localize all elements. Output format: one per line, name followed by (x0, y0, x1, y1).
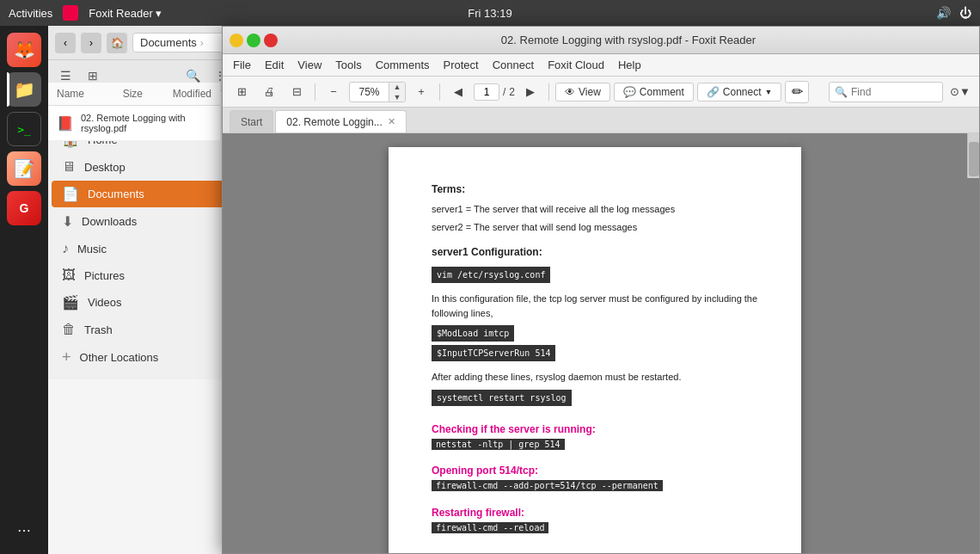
toolbar-separator-1 (315, 83, 315, 101)
sidebar-item-pictures[interactable]: 🖼 Pictures (52, 262, 234, 288)
pictures-icon: 🖼 (62, 268, 76, 283)
scrollbar-thumb[interactable] (969, 142, 979, 176)
sidebar-label-downloads: Downloads (82, 215, 137, 228)
fm-file-list: Name Size Modified 📕 02. Remote Logging … (48, 83, 220, 141)
up-button[interactable]: 🏠 (107, 33, 127, 53)
topbar-left: Activities Foxit Reader ▾ (9, 5, 162, 21)
properties-button[interactable]: ⊟ (285, 81, 309, 103)
zoom-box[interactable]: 75% ▲ ▼ (349, 82, 406, 102)
dock-item-firefox[interactable]: 🦊 (7, 33, 41, 67)
sidebar-label-other-locations: Other Locations (80, 351, 159, 364)
back-button[interactable]: ‹ (55, 33, 76, 53)
next-page-button[interactable]: ▶ (518, 81, 542, 103)
pdf-checking-code: netstat -nltp | grep 514 (432, 439, 565, 450)
find-box[interactable]: 🔍 (829, 82, 943, 102)
connect-dropdown-icon: ▼ (765, 88, 773, 96)
path-bar[interactable]: Documents › (132, 33, 230, 52)
comment-label: Comment (640, 86, 684, 98)
menu-view[interactable]: View (291, 57, 328, 73)
fm-titlebar: ‹ › 🏠 Documents › (48, 26, 237, 60)
prev-page-button[interactable]: ◀ (446, 81, 470, 103)
print-button[interactable]: 🖨 (257, 81, 281, 103)
page-separator: / (503, 86, 505, 98)
menu-protect[interactable]: Protect (437, 57, 486, 73)
other-locations-icon: + (62, 348, 71, 366)
dock-item-gpdf[interactable]: G (7, 191, 41, 225)
sidebar-item-other-locations[interactable]: + Other Locations (52, 343, 234, 372)
connect-button[interactable]: 🔗 Connect ▼ (697, 83, 782, 102)
page-total: 2 (509, 86, 515, 98)
power-icon[interactable]: ⏻ (959, 6, 971, 20)
comment-button[interactable]: 💬 Comment (614, 83, 694, 102)
tab-close-icon[interactable]: ✕ (388, 116, 395, 127)
sidebar-label-desktop: Desktop (84, 161, 126, 174)
pdf-port-heading: Opening port 514/tcp: (432, 463, 758, 478)
find-options-button[interactable]: ⊙▼ (948, 81, 972, 103)
topbar-right: 🔊 ⏻ (936, 6, 971, 20)
trash-icon: 🗑 (62, 322, 76, 337)
menu-edit[interactable]: Edit (258, 57, 291, 73)
page-input[interactable] (474, 83, 499, 101)
pdf-viewport: Terms: server1 = The server that will re… (223, 133, 967, 553)
pdf-config-heading: server1 Configuration: (432, 244, 758, 260)
menu-comments[interactable]: Comments (369, 57, 437, 73)
connect-icon: 🔗 (707, 86, 720, 98)
forward-button[interactable]: › (81, 33, 101, 53)
vertical-scrollbar[interactable] (967, 133, 979, 553)
pdf-file-icon: 📕 (57, 115, 74, 132)
menu-help[interactable]: Help (611, 57, 648, 73)
foxit-taskbar-icon[interactable] (63, 5, 78, 21)
zoom-out-button[interactable]: − (322, 81, 346, 103)
pdf-firewall-heading: Restarting firewall: (432, 505, 758, 520)
foxit-titlebar: 02. Remote Logging with rsyslog.pdf - Fo… (223, 27, 979, 54)
sidebar-item-downloads[interactable]: ⬇ Downloads (52, 208, 234, 235)
dock-item-text-editor[interactable]: 📝 (7, 151, 41, 186)
minimize-button[interactable] (230, 34, 243, 47)
pdf-terms-heading: Terms: (432, 182, 758, 197)
zoom-down-arrow[interactable]: ▼ (389, 92, 405, 102)
page-box: / 2 (474, 83, 515, 101)
zoom-in-button[interactable]: + (409, 81, 433, 103)
activities-button[interactable]: Activities (9, 7, 52, 20)
foxit-app-name[interactable]: Foxit Reader ▾ (89, 7, 162, 20)
topbar-clock: Fri 13:19 (468, 7, 511, 20)
menu-foxit-cloud[interactable]: Foxit Cloud (541, 57, 611, 73)
close-button[interactable] (264, 34, 278, 47)
pdf-page: Terms: server1 = The server that will re… (389, 147, 801, 553)
window-controls (230, 34, 278, 47)
pdf-firewall-code: firewall-cmd --reload (432, 522, 548, 533)
sidebar-item-trash[interactable]: 🗑 Trash (52, 317, 234, 342)
pdf-config-text1: In this configuration file, the tcp log … (432, 292, 758, 320)
left-dock: 🦊 📁 >_ 📝 G ⋯ (0, 26, 48, 554)
sidebar-item-desktop[interactable]: 🖥 Desktop (52, 154, 234, 180)
speaker-icon[interactable]: 🔊 (936, 6, 951, 20)
page-layout-button[interactable]: ⊞ (230, 81, 254, 103)
zoom-value: 75% (350, 84, 389, 100)
find-input[interactable] (851, 86, 937, 98)
pdf-config-code2: $ModLoad imtcp (432, 325, 514, 342)
toolbar-separator-2 (439, 83, 440, 101)
path-text: Documents (140, 36, 197, 49)
foxit-window-title: 02. Remote Logging with rsyslog.pdf - Fo… (285, 34, 972, 46)
pdf-checking-heading: Checking if the server is running: (432, 422, 758, 437)
tab-start[interactable]: Start (230, 110, 273, 132)
file-row[interactable]: 📕 02. Remote Logging with rsyslog.pdf (48, 106, 220, 141)
sidebar-item-videos[interactable]: 🎬 Videos (52, 289, 234, 316)
zoom-up-arrow[interactable]: ▲ (389, 82, 405, 92)
tab-pdf-label: 02. Remote Loggin... (286, 116, 382, 128)
maximize-button[interactable] (247, 34, 260, 47)
edit-icon-button[interactable]: ✏ (785, 81, 809, 103)
menu-file[interactable]: File (226, 57, 258, 73)
menu-tools[interactable]: Tools (328, 57, 368, 73)
desktop-icon: 🖥 (62, 159, 76, 175)
menu-connect[interactable]: Connect (486, 57, 541, 73)
tab-pdf[interactable]: 02. Remote Loggin... ✕ (275, 110, 406, 132)
dock-item-app-grid[interactable]: ⋯ (7, 513, 41, 547)
sidebar-item-music[interactable]: ♪ Music (52, 236, 234, 262)
view-button[interactable]: 👁 View (555, 83, 610, 102)
dock-item-files[interactable]: 📁 (7, 72, 41, 107)
comment-icon: 💬 (623, 86, 636, 98)
sidebar-item-documents[interactable]: 📄 Documents (52, 181, 234, 207)
dock-item-terminal[interactable]: >_ (7, 112, 41, 146)
connect-label: Connect (723, 86, 762, 98)
